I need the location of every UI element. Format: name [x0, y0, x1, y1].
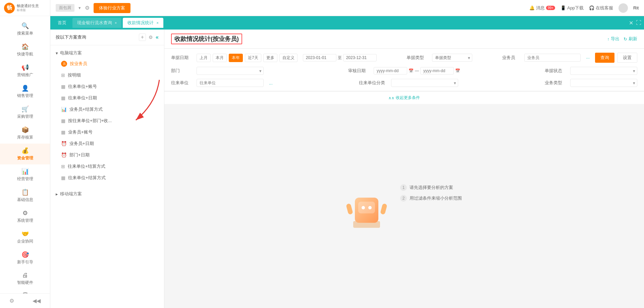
review-date-label: 审核日期: [348, 68, 368, 74]
page-title-bar: 收款情况统计(按业务员) ↑ 导出 ↻ 刷新: [164, 30, 644, 49]
robot-right-arm: [380, 203, 387, 215]
message-label: 消息: [536, 5, 545, 11]
scheme-item-salesman-date[interactable]: ⏰ 业务员+日期: [50, 138, 164, 149]
tab-maximize-icon[interactable]: ⛶: [636, 20, 641, 26]
trial-button[interactable]: 体验行业方案: [94, 3, 130, 13]
scheme-item-partner-dept[interactable]: ▦ 按往来单位+部门+收...: [50, 115, 164, 126]
sidebar-item-marketing[interactable]: 📢 营销推广: [0, 60, 50, 81]
partner-input[interactable]: [197, 79, 264, 87]
sidebar-item-finance[interactable]: 💰 资金管理: [0, 144, 50, 164]
salesman-input[interactable]: [524, 54, 581, 62]
sidebar-item-operations[interactable]: 📊 经营管理: [0, 164, 50, 185]
desktop-scheme-header[interactable]: ▾ 电脑端方案: [50, 48, 164, 58]
tip-num-2: 2: [400, 195, 407, 202]
mobile-scheme-header[interactable]: ▸ 移动端方案: [50, 189, 164, 199]
collapse-sidebar-icon[interactable]: ◀◀: [33, 298, 41, 304]
sidebar-item-hardware[interactable]: 🖨 智能硬件: [0, 268, 50, 289]
date-btn-this-year[interactable]: 本年: [229, 54, 243, 62]
tab-receipt-close[interactable]: ×: [156, 21, 158, 25]
scheme-item-detail[interactable]: ⊞ 按明细: [50, 69, 164, 81]
settings-btn[interactable]: 设置: [617, 53, 637, 63]
date-btn-custom[interactable]: 自定义: [279, 54, 298, 62]
biz-type-select[interactable]: [570, 79, 637, 87]
sidebar-item-enterprise[interactable]: 🤝 企业协同: [0, 227, 50, 248]
dept-select[interactable]: [197, 67, 264, 75]
online-service-btn[interactable]: 🎧 在线客服: [589, 5, 613, 11]
tab-close-all-icon[interactable]: ✕: [629, 20, 633, 26]
tab-receipt[interactable]: 收款情况统计 ×: [123, 18, 163, 28]
bill-status-select[interactable]: [570, 67, 637, 75]
review-date-to-input[interactable]: [420, 67, 454, 74]
salesman-icon: 员: [61, 61, 67, 67]
export-btn[interactable]: ↑ 导出: [607, 36, 620, 42]
sidebar-item-inventory[interactable]: 📦 库存核算: [0, 123, 50, 144]
message-badge: 99+: [546, 6, 555, 10]
robot-right-eye: [368, 206, 372, 209]
sidebar-item-quicknav[interactable]: 🏠 快捷导航: [0, 40, 50, 60]
query-btn[interactable]: 查询: [595, 53, 614, 63]
partner-more-btn[interactable]: ...: [269, 81, 273, 86]
section-collapse-icon: ▸: [56, 192, 58, 197]
sidebar-item-newbie[interactable]: 🎯 新手引导: [0, 248, 50, 268]
grid-icon: ⊞: [61, 164, 65, 169]
review-date-from-input[interactable]: [374, 67, 407, 74]
settings-footer-icon[interactable]: ⚙: [9, 298, 14, 304]
sidebar-item-basic-info[interactable]: 📋 基础信息: [0, 185, 50, 206]
date-to-input[interactable]: [343, 54, 377, 61]
panel-add-btn[interactable]: +: [139, 34, 146, 41]
scheme-item-partner-payment1[interactable]: ⊞ 往来单位+结算方式: [50, 161, 164, 172]
app-download-btn[interactable]: 📱 App下载: [560, 5, 584, 11]
scheme-item-partner-payment2[interactable]: ▦ 往来单位+结算方式: [50, 172, 164, 184]
date-from-input[interactable]: [303, 54, 336, 61]
partner-category-select[interactable]: [391, 79, 458, 87]
sidebar-item-search[interactable]: 🔍 搜索菜单: [0, 19, 50, 40]
scheme-item-dept-date[interactable]: ⏰ 部门+日期: [50, 149, 164, 161]
date-btn-more[interactable]: 更多: [263, 54, 277, 62]
refresh-icon: ↻: [624, 37, 627, 42]
header-gear-icon[interactable]: ⚙: [85, 5, 90, 11]
date-btn-last-month[interactable]: 上月: [197, 54, 211, 62]
sidebar-item-sales[interactable]: 👤 销售管理: [0, 81, 50, 102]
review-date-icon1: 📅: [409, 68, 414, 73]
header-right: 🔔 消息 99+ 📱 App下载 🎧 在线客服 Rit: [529, 3, 639, 13]
service-icon: 🎧: [589, 5, 594, 10]
panel-settings-btn[interactable]: ⚙: [149, 35, 153, 40]
page-title: 收款情况统计(按业务员): [171, 34, 242, 44]
breadcrumb: 面包屑: [56, 4, 74, 12]
tab-cashflow-close[interactable]: ×: [115, 21, 117, 25]
sidebar-item-system[interactable]: ⚙ 系统管理: [0, 206, 50, 227]
box-icon: 📦: [21, 126, 29, 134]
gear-icon: ⚙: [22, 209, 28, 217]
scheme-item-partner-account[interactable]: ▦ 往来单位+账号: [50, 81, 164, 92]
sidebar-item-label: 营销推广: [17, 72, 33, 78]
tab-home[interactable]: 首页: [53, 18, 71, 28]
sidebar-item-wechat[interactable]: 💬 企业微信: [0, 289, 50, 293]
scheme-item-label: 业务员+结算方式: [69, 106, 103, 112]
sidebar-item-label: 采购管理: [17, 114, 33, 119]
salesman-label: 业务员: [502, 55, 519, 61]
collapse-up-icon: ∧∧: [388, 96, 394, 100]
salesman-more-btn[interactable]: ···: [586, 55, 590, 60]
panel-header: 按以下方案查询 + ⚙ «: [50, 30, 164, 45]
sidebar-item-purchase[interactable]: 🛒 采购管理: [0, 102, 50, 123]
header-chevron-icon[interactable]: ▾: [78, 5, 81, 10]
page-title-actions: ↑ 导出 ↻ 刷新: [607, 36, 638, 42]
sidebar-nav: 🔍 搜索菜单 🏠 快捷导航 📢 营销推广 👤 销售管理 🛒 采购管理 📦: [0, 16, 50, 293]
scheme-item-salesman-account[interactable]: ▦ 业务员+账号: [50, 126, 164, 138]
tab-cashflow[interactable]: 现金银行流水查询 ×: [72, 18, 121, 28]
sidebar-item-label: 系统管理: [17, 218, 33, 223]
refresh-btn[interactable]: ↻ 刷新: [624, 36, 637, 42]
date-btn-this-month[interactable]: 本月: [213, 54, 227, 62]
scheme-item-salesman[interactable]: 员 按业务员: [50, 58, 164, 69]
collapse-bar[interactable]: ∧∧ 收起更多条件: [164, 91, 644, 104]
scheme-item-partner-date[interactable]: ▦ 往来单位+日期: [50, 92, 164, 104]
message-btn[interactable]: 🔔 消息 99+: [529, 5, 555, 11]
desktop-scheme-section: ▾ 电脑端方案 员 按业务员 ⊞ 按明细 ▦ 往来单位+账号: [50, 45, 164, 186]
date-btn-7days[interactable]: 近7天: [245, 54, 261, 62]
panel-collapse-btn[interactable]: «: [156, 34, 159, 40]
user-avatar[interactable]: [619, 3, 628, 13]
scheme-item-salesman-payment[interactable]: 📊 业务员+结算方式: [50, 104, 164, 115]
tab-cashflow-label: 现金银行流水查询: [77, 20, 112, 26]
category-select[interactable]: 单据类型: [432, 54, 472, 62]
date-quick-group: 上月 本月 本年 近7天 更多 自定义: [197, 54, 298, 62]
